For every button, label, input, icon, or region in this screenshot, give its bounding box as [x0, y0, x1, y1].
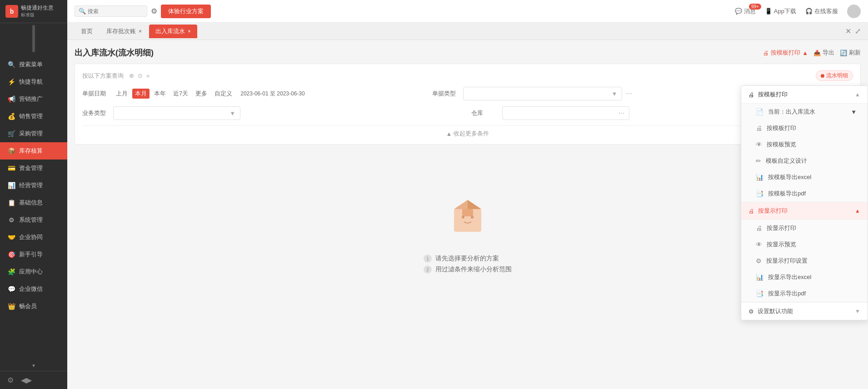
header-gear-icon[interactable]: ⚙ [151, 7, 157, 15]
template-preview-label: 按模板预览 [767, 140, 796, 149]
search-box[interactable]: 🔍 [75, 5, 147, 17]
close-flow-tab-icon[interactable]: × [188, 28, 191, 35]
voucher-type-more-icon[interactable]: ··· [626, 90, 632, 98]
sidebar-item-quicknav[interactable]: ⚡ 快捷导航 [0, 73, 67, 90]
app-download-button[interactable]: 📱 App下载 [765, 7, 796, 15]
sidebar-item-label: 营销推广 [19, 95, 43, 103]
template-export-pdf-item[interactable]: 📑 按模板导出pdf [741, 185, 868, 202]
close-all-tabs-icon[interactable]: ✕ [845, 27, 851, 35]
display-export-excel-item[interactable]: 📊 按显示导出excel [741, 269, 868, 285]
display-print-section-label: 按显示打印 [758, 207, 788, 215]
refresh-button[interactable]: 🔄 刷新 [840, 49, 861, 57]
sidebar-item-search[interactable]: 🔍 搜索菜单 [0, 56, 67, 73]
filter-settings-icon[interactable]: ⊙ [138, 72, 143, 79]
collapse-filter-btn[interactable]: ▲ 收起更多条件 [82, 125, 853, 138]
sidebar-item-finance[interactable]: 💳 资金管理 [0, 160, 67, 177]
tab-batch[interactable]: 库存批次账 × [100, 25, 148, 38]
date-btn-last-month[interactable]: 上月 [113, 89, 130, 99]
top-header: 🔍 ⚙ 体验行业方案 💬 消息 99+ 📱 App下载 🎧 在线客服 [67, 0, 868, 23]
date-btn-this-year[interactable]: 本年 [151, 89, 169, 99]
sidebar-item-appcenter[interactable]: 🧩 应用中心 [0, 263, 67, 280]
sidebar-nav: 🔍 搜索菜单 ⚡ 快捷导航 📢 营销推广 💰 销售管理 🛒 采购管理 📦 库存核… [0, 54, 67, 360]
toggle-sidebar-icon[interactable]: ◀▶ [21, 376, 32, 384]
template-export-excel-item[interactable]: 📊 按模板导出excel [741, 169, 868, 185]
display-print-item[interactable]: 🖨 按显示打印 [741, 220, 868, 236]
sidebar-item-operation[interactable]: 📊 经营管理 [0, 177, 67, 194]
sidebar-item-sales[interactable]: 💰 销售管理 [0, 108, 67, 125]
chevron-up-icon: ▲ [446, 130, 452, 137]
set-default-section[interactable]: ⚙ 设置默认功能 ▼ [741, 302, 868, 320]
current-template-item[interactable]: 📄 当前：出入库流水 ▼ [741, 104, 868, 120]
template-print-button[interactable]: 🖨 按模板打印 ▲ [763, 49, 808, 57]
business-type-select[interactable]: ▼ [113, 106, 240, 120]
message-icon: 💬 [735, 8, 742, 15]
message-badge: 99+ [749, 4, 761, 10]
sidebar-item-system[interactable]: ⚙ 系统管理 [0, 211, 67, 229]
sidebar-item-label: 企业微信 [19, 285, 43, 293]
voucher-type-select[interactable]: ▼ [463, 87, 622, 100]
template-custom-design-item[interactable]: ✏ 模板自定义设计 [741, 153, 868, 169]
user-avatar[interactable] [847, 5, 861, 18]
tab-home[interactable]: 首页 [75, 25, 99, 38]
sidebar-item-collab[interactable]: 🤝 企业协同 [0, 229, 67, 246]
search-icon: 🔍 [7, 61, 15, 68]
warehouse-select[interactable]: ··· [502, 106, 629, 120]
sales-icon: 💰 [7, 113, 15, 120]
sidebar-item-marketing[interactable]: 📢 营销推广 [0, 90, 67, 108]
tab-bar: 首页 库存批次账 × 出入库流水 × ✕ ⤢ [67, 23, 868, 40]
sidebar-item-newbie[interactable]: 🎯 新手引导 [0, 246, 67, 263]
sidebar-item-label: 搜索菜单 [19, 60, 43, 69]
display-pdf-icon: 📑 [756, 290, 763, 297]
basic-icon: 📋 [7, 199, 15, 206]
filter-collapse-icon[interactable]: « [146, 72, 150, 79]
display-export-pdf-item[interactable]: 📑 按显示导出pdf [741, 285, 868, 302]
online-service-button[interactable]: 🎧 在线客服 [805, 7, 838, 15]
collapse-label: 收起更多条件 [454, 130, 489, 138]
page-title: 出入库流水(流水明细) [75, 47, 154, 58]
sidebar-item-member[interactable]: 👑 畅会员 [0, 298, 67, 315]
display-print-settings-item[interactable]: ⚙ 按显示打印设置 [741, 253, 868, 269]
svg-point-5 [471, 216, 474, 219]
display-print-item-icon: 🖨 [756, 224, 762, 232]
sidebar-footer: ⚙ ◀▶ [0, 371, 67, 389]
voucher-type-arrow-icon: ▼ [611, 90, 617, 97]
filter-add-icon[interactable]: ⊕ [129, 72, 134, 79]
current-template-arrow-icon: ▼ [851, 109, 857, 115]
current-template-icon: 📄 [756, 108, 763, 115]
warehouse-more-icon[interactable]: ··· [619, 109, 624, 117]
maximize-icon[interactable]: ⤢ [855, 27, 861, 35]
template-excel-label: 按模板导出excel [768, 173, 811, 181]
set-default-chevron-icon: ▼ [855, 308, 860, 314]
sidebar-item-inventory[interactable]: 📦 库存核算 [0, 142, 67, 160]
export-label: 导出 [823, 49, 834, 57]
message-button[interactable]: 💬 消息 99+ [735, 7, 756, 15]
business-type-arrow-icon: ▼ [229, 110, 235, 117]
display-preview-label: 按显示预览 [767, 240, 796, 249]
template-print-item[interactable]: 🖨 按模板打印 [741, 120, 868, 136]
template-print-section-header[interactable]: 🖨 按模板打印 ▲ [741, 86, 868, 104]
template-preview-item[interactable]: 👁 按模板预览 [741, 136, 868, 153]
date-btn-more[interactable]: 更多 [193, 89, 210, 99]
date-btn-this-month[interactable]: 本月 [132, 89, 150, 99]
tip-num-1: 1 [424, 254, 432, 263]
trial-button[interactable]: 体验行业方案 [161, 5, 211, 18]
search-input[interactable] [88, 8, 143, 15]
tab-flow[interactable]: 出入库流水 × [149, 25, 197, 38]
filter-label: 按以下方案查询 [82, 72, 124, 80]
page-header: 出入库流水(流水明细) 🖨 按模板打印 ▲ 📤 导出 🔄 刷新 [75, 47, 861, 58]
display-print-section-header[interactable]: 🖨 按显示打印 ▲ [741, 202, 868, 220]
current-template-label: 当前：出入库流水 [768, 108, 815, 116]
date-btn-custom[interactable]: 自定义 [212, 89, 235, 99]
sidebar-item-purchase[interactable]: 🛒 采购管理 [0, 125, 67, 142]
settings-footer-icon[interactable]: ⚙ [7, 376, 14, 384]
date-btn-7days[interactable]: 近7天 [170, 89, 191, 99]
export-button[interactable]: 📤 导出 [813, 49, 834, 57]
display-preview-item[interactable]: 👁 按显示预览 [741, 236, 868, 253]
display-preview-icon: 👁 [756, 241, 762, 248]
close-batch-tab-icon[interactable]: × [139, 28, 142, 35]
template-print-item-icon: 🖨 [756, 125, 762, 132]
sidebar-item-wechat[interactable]: 💬 企业微信 [0, 280, 67, 298]
svg-marker-2 [468, 200, 481, 209]
sidebar-item-basic[interactable]: 📋 基础信息 [0, 194, 67, 211]
sidebar-scroll-down[interactable]: ▼ [0, 360, 67, 371]
